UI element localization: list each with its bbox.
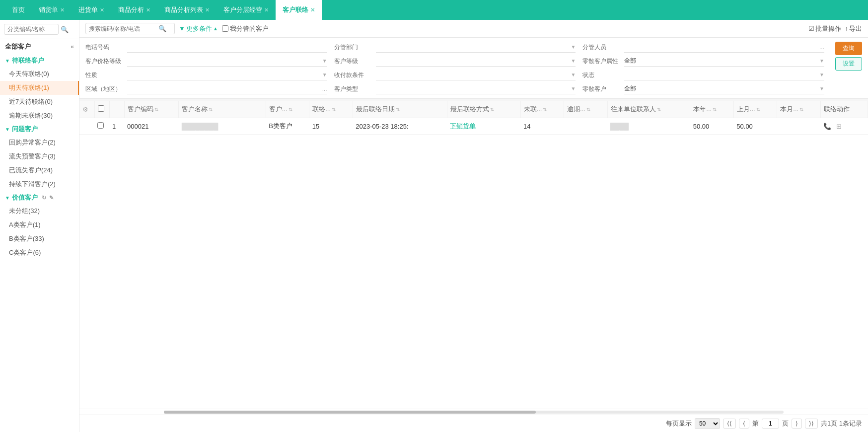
sidebar-search-input[interactable] bbox=[4, 24, 59, 35]
filter-search-input[interactable] bbox=[89, 25, 158, 32]
select-all-checkbox[interactable] bbox=[98, 105, 104, 112]
sidebar-item-a-class[interactable]: A类客户(1) bbox=[0, 218, 79, 232]
page-size-select[interactable]: 50 100 200 bbox=[695, 418, 720, 429]
col-action-label: 联络动作 bbox=[824, 105, 850, 113]
sidebar-item-tomorrow[interactable]: 明天待联络(1) bbox=[0, 81, 79, 95]
row-action-phone-icon[interactable]: 📞 bbox=[823, 123, 831, 130]
sidebar-item-7days-label: 近7天待联络(0) bbox=[9, 98, 53, 105]
sidebar-item-churned[interactable]: 已流失客户(24) bbox=[0, 163, 79, 177]
retail-attr-arrow[interactable]: ▼ bbox=[819, 58, 824, 64]
filter-search-icon[interactable]: 🔍 bbox=[158, 25, 166, 32]
more-conditions-btn[interactable]: ▼ 更多条件 ▲ bbox=[179, 24, 218, 33]
next-page-btn[interactable]: ⟩ bbox=[792, 419, 802, 429]
sidebar-item-today[interactable]: 今天待联络(0) bbox=[0, 67, 79, 81]
my-customers-checkbox-label[interactable]: 我分管的客户 bbox=[222, 24, 269, 33]
col-this-month-sort[interactable]: ⇅ bbox=[799, 107, 803, 112]
nav-sales[interactable]: 销货单 ✕ bbox=[32, 0, 72, 20]
nav-analysis-close[interactable]: ✕ bbox=[146, 7, 150, 13]
col-last-contact-way-sort[interactable]: ⇅ bbox=[490, 107, 494, 112]
col-code-sort[interactable]: ⇅ bbox=[154, 107, 158, 112]
scrollbar-thumb[interactable] bbox=[164, 411, 536, 414]
nav-home[interactable]: 首页 bbox=[5, 0, 32, 20]
col-unit-contact-sort[interactable]: ⇅ bbox=[657, 107, 661, 112]
price-level-arrow[interactable]: ▼ bbox=[322, 58, 327, 64]
nature-arrow[interactable]: ▼ bbox=[322, 72, 327, 77]
batch-operation-btn[interactable]: ☑ 批量操作 bbox=[808, 24, 841, 33]
nav-customer-contact-close[interactable]: ✕ bbox=[310, 7, 315, 13]
nav-sales-close[interactable]: ✕ bbox=[60, 7, 65, 13]
payment-arrow[interactable]: ▼ bbox=[571, 72, 576, 77]
sidebar-item-declining[interactable]: 持续下滑客户(2) bbox=[0, 177, 79, 191]
col-name-sort[interactable]: ⇅ bbox=[209, 107, 213, 112]
status-arrow[interactable]: ▼ bbox=[819, 72, 824, 77]
col-last-month-sort[interactable]: ⇅ bbox=[756, 107, 760, 112]
filter-field-region: 区域（地区） ... bbox=[85, 83, 334, 94]
region-ellipsis[interactable]: ... bbox=[322, 85, 327, 92]
prev-page-btn[interactable]: ⟨ bbox=[739, 419, 749, 429]
col-no-contact-sort[interactable]: ⇅ bbox=[543, 107, 547, 112]
filter-field-nature: 性质 ▼ bbox=[85, 70, 334, 80]
row-checkbox[interactable] bbox=[97, 122, 104, 129]
manager-ellipsis[interactable]: ... bbox=[819, 44, 824, 51]
query-btn[interactable]: 查询 bbox=[835, 42, 862, 55]
horizontal-scrollbar[interactable] bbox=[79, 409, 868, 415]
nav-purchase-close[interactable]: ✕ bbox=[100, 7, 104, 13]
nav-customer-tier[interactable]: 客户分层经营 ✕ bbox=[217, 0, 276, 20]
sidebar-group-value-edit[interactable]: ✎ bbox=[49, 195, 54, 201]
sidebar-group-value-refresh[interactable]: ↻ bbox=[42, 195, 46, 201]
customer-level-arrow[interactable]: ▼ bbox=[571, 58, 576, 64]
row-action-cell: 📞 ⊞ bbox=[820, 118, 868, 135]
retail-customer-arrow[interactable]: ▼ bbox=[819, 86, 824, 91]
sidebar-item-b-class[interactable]: B类客户(33) bbox=[0, 232, 79, 246]
settings-btn[interactable]: 设置 bbox=[835, 57, 862, 71]
row-last-contact-way[interactable]: 下销货单 bbox=[450, 122, 476, 130]
row-index-cell: 1 bbox=[109, 118, 124, 135]
row-action-grid-icon[interactable]: ⊞ bbox=[836, 123, 842, 130]
col-no-contact-label: 未联... bbox=[524, 105, 542, 114]
nav-analysis[interactable]: 商品分析 ✕ bbox=[111, 0, 157, 20]
nav-analysis-list-close[interactable]: ✕ bbox=[205, 7, 210, 13]
sidebar-item-7days[interactable]: 近7天待联络(0) bbox=[0, 95, 79, 109]
sidebar-item-c-class[interactable]: C类客户(6) bbox=[0, 246, 79, 260]
page-input[interactable] bbox=[762, 419, 779, 429]
my-customers-checkbox[interactable] bbox=[222, 25, 228, 32]
sidebar-item-churn-warning[interactable]: 流失预警客户(3) bbox=[0, 149, 79, 163]
phone-input[interactable] bbox=[127, 44, 327, 51]
dept-arrow[interactable]: ▼ bbox=[571, 44, 576, 50]
col-last-contact-date-sort[interactable]: ⇅ bbox=[396, 107, 400, 112]
col-type-sort[interactable]: ⇅ bbox=[289, 107, 292, 112]
nav-customer-contact[interactable]: 客户联络 ✕ bbox=[276, 0, 322, 20]
sidebar-item-abnormal[interactable]: 回购异常客户(2) bbox=[0, 136, 79, 149]
filter-customer-type-input: ▼ bbox=[376, 83, 576, 94]
sidebar-all-customers[interactable]: 全部客户 « bbox=[0, 39, 79, 54]
row-type-cell: B类客户 bbox=[266, 118, 309, 135]
filter-customer-level-label: 客户等级 bbox=[334, 57, 374, 66]
nav-customer-tier-close[interactable]: ✕ bbox=[264, 7, 269, 13]
sidebar-search-wrap: 🔍 bbox=[0, 20, 79, 39]
col-contact-label: 联络... bbox=[312, 105, 331, 114]
last-page-btn[interactable]: ⟩⟩ bbox=[805, 419, 818, 429]
row-last-month-cell: 50.00 bbox=[733, 118, 777, 135]
filter-icon: ▼ bbox=[179, 25, 185, 32]
col-this-month-label: 本月... bbox=[780, 105, 798, 114]
sidebar-collapse-icon[interactable]: « bbox=[71, 43, 74, 50]
table-settings-gear[interactable]: ⚙ bbox=[82, 106, 88, 113]
row-index: 1 bbox=[112, 123, 116, 130]
sidebar-item-ungrouped[interactable]: 未分组(32) bbox=[0, 204, 79, 218]
filter-field-status: 状态 ▼ bbox=[582, 70, 831, 80]
nav-customer-contact-label: 客户联络 bbox=[283, 5, 308, 14]
first-page-btn[interactable]: ⟨⟨ bbox=[723, 419, 736, 429]
col-last-contact-date: 最后联络日期 ⇅ bbox=[353, 101, 447, 118]
sidebar-search-icon[interactable]: 🔍 bbox=[61, 26, 69, 33]
export-btn[interactable]: ↑ 导出 bbox=[845, 24, 863, 33]
nav-purchase[interactable]: 进货单 ✕ bbox=[72, 0, 111, 20]
sidebar-item-overdue[interactable]: 逾期未联络(30) bbox=[0, 109, 79, 123]
nav-analysis-list[interactable]: 商品分析列表 ✕ bbox=[157, 0, 217, 20]
row-unit-contact-masked: ████ bbox=[610, 123, 629, 130]
filter-row-4: 区域（地区） ... 客户类型 ▼ bbox=[85, 83, 831, 94]
filter-nature-input: ▼ bbox=[127, 70, 327, 80]
customer-type-arrow[interactable]: ▼ bbox=[571, 86, 576, 91]
col-overdue-sort[interactable]: ⇅ bbox=[586, 107, 590, 112]
col-contact-sort[interactable]: ⇅ bbox=[332, 107, 336, 112]
col-this-year-sort[interactable]: ⇅ bbox=[713, 107, 717, 112]
